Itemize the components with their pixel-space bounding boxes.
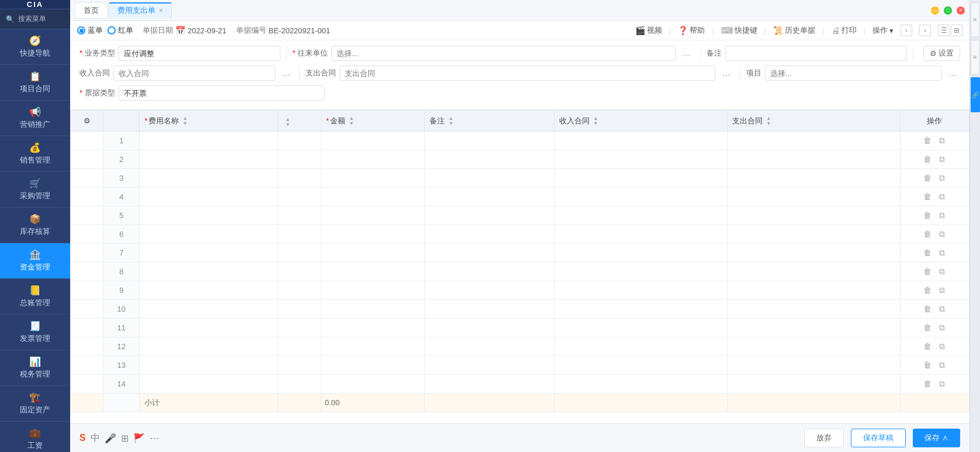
row-income-contract[interactable]	[555, 356, 728, 375]
col-settings-header[interactable]: ⚙	[71, 111, 103, 132]
expense-contract-input[interactable]	[340, 65, 715, 81]
row-expense-contract[interactable]	[727, 375, 900, 394]
delete-row-icon[interactable]: 🗑	[921, 358, 934, 371]
row-expense-name[interactable]	[140, 319, 278, 337]
video-button[interactable]: 🎬 视频	[635, 25, 662, 36]
table-row[interactable]: 10 🗑 ⧉	[71, 300, 969, 319]
tab-expense[interactable]: 费用支出单 ×	[109, 2, 172, 19]
delete-row-icon[interactable]: 🗑	[921, 265, 934, 278]
row-income-contract[interactable]	[555, 263, 728, 281]
prev-button[interactable]: ‹	[901, 25, 912, 36]
sidebar-item-project-contract[interactable]: 📋 项目合同	[0, 65, 70, 101]
remark-input[interactable]	[725, 46, 908, 61]
row-remark[interactable]	[425, 281, 555, 300]
row-amount[interactable]	[321, 300, 424, 319]
row-income-contract[interactable]	[555, 188, 728, 206]
row-income-contract[interactable]	[555, 319, 728, 337]
copy-row-icon[interactable]: ⧉	[936, 153, 948, 166]
delete-row-icon[interactable]: 🗑	[921, 153, 934, 165]
income-contract-sort[interactable]: ▲ ▼	[593, 116, 598, 126]
sidebar-item-sales[interactable]: 💰 销售管理	[0, 136, 70, 172]
row-remark[interactable]	[425, 300, 555, 319]
row-remark[interactable]	[425, 319, 555, 337]
sidebar-search[interactable]: 🔍 搜索菜单	[0, 9, 70, 29]
copy-row-icon[interactable]: ⧉	[936, 209, 948, 222]
set-button[interactable]: ⚙ 设置	[923, 46, 960, 61]
sidebar-item-tax[interactable]: 📊 税务管理	[0, 350, 70, 386]
row-income-contract[interactable]	[555, 132, 728, 150]
row-expense-name[interactable]	[140, 206, 278, 225]
table-row[interactable]: 11 🗑 ⧉	[71, 319, 969, 337]
radio-red-bill[interactable]: 红单	[108, 25, 133, 36]
row-remark[interactable]	[425, 263, 555, 281]
delete-row-icon[interactable]: 🗑	[921, 302, 934, 315]
row-amount[interactable]	[321, 150, 424, 169]
row-remark[interactable]	[425, 356, 555, 375]
row-remark[interactable]	[425, 132, 555, 150]
print-button[interactable]: 🖨 打印	[832, 25, 857, 36]
table-row[interactable]: 2 🗑 ⧉	[71, 150, 969, 169]
copy-row-icon[interactable]: ⧉	[936, 284, 948, 297]
sidebar-item-capital[interactable]: 🏦 资金管理	[0, 243, 70, 279]
copy-row-icon[interactable]: ⧉	[936, 247, 948, 260]
row-expense-name[interactable]	[140, 188, 278, 206]
table-icon[interactable]: ⊞	[121, 433, 129, 444]
row-expense-name[interactable]	[140, 263, 278, 281]
row-amount[interactable]	[321, 132, 424, 150]
row-amount[interactable]	[321, 225, 424, 244]
remark-sort[interactable]: ▲ ▼	[448, 116, 453, 126]
row-remark[interactable]	[425, 375, 555, 394]
delete-row-icon[interactable]: 🗑	[921, 190, 934, 203]
sidebar-item-marketing[interactable]: 📢 营销推广	[0, 101, 70, 136]
row-amount[interactable]	[321, 375, 424, 394]
table-row[interactable]: 7 🗑 ⧉	[71, 244, 969, 263]
row-expense-contract[interactable]	[727, 132, 900, 150]
col-income-contract-header[interactable]: 收入合同 ▲ ▼	[555, 111, 728, 132]
history-button[interactable]: 📜 历史单据	[773, 25, 815, 36]
row-expense-contract[interactable]	[727, 225, 900, 244]
row-income-contract[interactable]	[555, 375, 728, 394]
row-amount[interactable]	[321, 263, 424, 281]
row-expense-name[interactable]	[140, 337, 278, 356]
sidebar-item-payroll[interactable]: 💼 工资	[0, 422, 70, 452]
save-draft-button[interactable]: 保存草稿	[851, 429, 906, 447]
table-row[interactable]: 12 🗑 ⧉	[71, 337, 969, 356]
row-expense-name[interactable]	[140, 150, 278, 169]
row-expense-contract[interactable]	[727, 281, 900, 300]
row-amount[interactable]	[321, 319, 424, 337]
delete-row-icon[interactable]: 🗑	[921, 340, 934, 353]
grid-icon[interactable]: ⋯	[150, 433, 159, 444]
row-expense-contract[interactable]	[727, 150, 900, 169]
next-button[interactable]: ›	[919, 25, 931, 36]
copy-row-icon[interactable]: ⧉	[936, 303, 948, 316]
row-expense-name[interactable]	[140, 375, 278, 394]
row-expense-name[interactable]	[140, 281, 278, 300]
shortcut-button[interactable]: ⌨ 快捷键	[721, 25, 757, 36]
copy-row-icon[interactable]: ⧉	[936, 265, 948, 278]
tab-home[interactable]: 首页	[75, 2, 108, 19]
income-contract-input[interactable]	[113, 65, 275, 81]
zhong-icon[interactable]: 中	[91, 432, 100, 444]
copy-row-icon[interactable]: ⧉	[936, 228, 948, 241]
row-income-contract[interactable]	[555, 300, 728, 319]
operation-button[interactable]: 操作 ▾	[872, 25, 894, 36]
partner-dots-button[interactable]: ...	[679, 48, 694, 58]
table-row[interactable]: 6 🗑 ⧉	[71, 225, 969, 244]
row-income-contract[interactable]	[555, 225, 728, 244]
row-expense-name[interactable]	[140, 244, 278, 263]
sidebar-item-purchase[interactable]: 🛒 采购管理	[0, 172, 70, 208]
row-expense-name[interactable]	[140, 132, 278, 150]
discard-button[interactable]: 放弃	[804, 429, 844, 447]
row-expense-contract[interactable]	[727, 300, 900, 319]
row-income-contract[interactable]	[555, 281, 728, 300]
col-remark-header[interactable]: 备注 ▲ ▼	[425, 111, 555, 132]
delete-row-icon[interactable]: 🗑	[921, 171, 934, 184]
row-expense-contract[interactable]	[727, 337, 900, 356]
copy-row-icon[interactable]: ⧉	[936, 340, 948, 353]
right-tab-3[interactable]: 🔗	[971, 77, 980, 112]
delete-row-icon[interactable]: 🗑	[921, 209, 934, 222]
row-amount[interactable]	[321, 206, 424, 225]
copy-row-icon[interactable]: ⧉	[936, 378, 948, 391]
row-expense-name[interactable]	[140, 225, 278, 244]
row-income-contract[interactable]	[555, 206, 728, 225]
